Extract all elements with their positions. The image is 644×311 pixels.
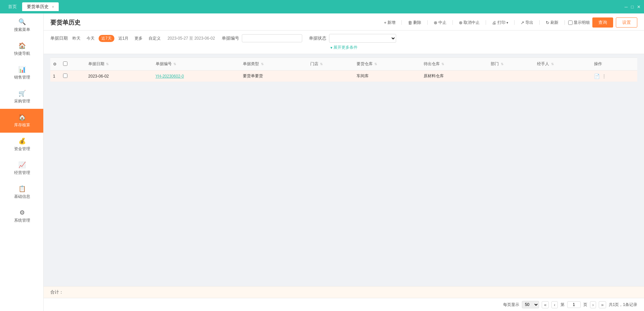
sidebar-item-system[interactable]: ⚙ 系统管理 (0, 204, 43, 228)
divider (514, 20, 515, 25)
cell-pending-warehouse: 原材料仓库 (421, 71, 488, 82)
date-opt-custom[interactable]: 自定义 (147, 35, 163, 42)
sort-icon[interactable]: ⇅ (173, 62, 176, 66)
close-button[interactable]: ✕ (637, 4, 641, 9)
sort-icon[interactable]: ⇅ (551, 62, 554, 66)
add-icon: + (384, 20, 386, 25)
maximize-button[interactable]: □ (631, 4, 634, 9)
tab-home[interactable]: 首页 (3, 2, 21, 11)
col-department: 部门 ⇅ (488, 58, 534, 71)
settings-button[interactable]: 设置 (616, 17, 637, 28)
add-button[interactable]: + 新增 (381, 18, 398, 27)
row-more-button[interactable]: ⋮ (602, 74, 606, 79)
print-button[interactable]: 🖨 打印 ▾ (489, 18, 511, 27)
date-opt-today[interactable]: 今天 (85, 35, 97, 42)
sort-icon[interactable]: ⇅ (261, 62, 264, 66)
pagination-bar: 每页显示 50 10 20 100 « ‹ 第 页 › » 共1页，1条记录 (44, 298, 644, 311)
delete-button[interactable]: 🗑 删除 (405, 18, 424, 27)
sort-icon[interactable]: ⇅ (501, 62, 503, 66)
sidebar-item-finance[interactable]: 💰 资金管理 (0, 133, 43, 157)
inventory-icon: 🏠 (18, 114, 26, 121)
divider (401, 20, 402, 25)
refresh-button[interactable]: ↻ 刷新 (543, 18, 561, 27)
suspend-icon: ⊗ (434, 20, 437, 25)
cell-handler (534, 71, 591, 82)
cell-actions: 📄 ⋮ (591, 71, 637, 82)
window-controls: ─ □ ✕ (625, 4, 641, 9)
page-size-select[interactable]: 50 10 20 100 (522, 301, 539, 308)
expand-more-button[interactable]: ▾ 展开更多条件 (50, 45, 637, 50)
sidebar-item-purchase[interactable]: 🛒 采购管理 (0, 85, 43, 109)
row-checkbox[interactable] (63, 74, 67, 78)
page-title: 要货单历史 (50, 18, 80, 27)
sidebar-item-basic-info[interactable]: 📋 基础信息 (0, 180, 43, 204)
row-edit-button[interactable]: 📄 (594, 74, 600, 79)
current-page-input[interactable] (567, 301, 581, 308)
content-area: 要货单历史 + 新增 🗑 删除 ⊗ 中止 ⊗ (44, 13, 644, 311)
date-opt-1month[interactable]: 近1月 (116, 35, 131, 42)
finance-icon: 💰 (18, 137, 26, 145)
filter-bar: 单据日期 昨天 今天 近7天 近1月 更多 自定义 2023-05-27 至 2… (44, 31, 644, 54)
divider (452, 20, 453, 25)
date-range-display: 2023-05-27 至 2023-06-02 (167, 36, 215, 41)
first-page-button[interactable]: « (542, 301, 549, 308)
basic-info-icon: 📋 (18, 185, 26, 192)
cell-department (488, 71, 534, 82)
date-filter-label: 单据日期 (50, 35, 68, 41)
table-area: ⚙ 单据日期 ⇅ 单据编号 ⇅ 单据类型 ⇅ (44, 54, 644, 286)
date-opt-yesterday[interactable]: 昨天 (70, 35, 83, 42)
sidebar-item-quick-nav[interactable]: 🏠 快捷导航 (0, 37, 43, 61)
tab-close-icon[interactable]: × (52, 5, 54, 9)
doc-number-input[interactable] (242, 34, 302, 42)
date-opt-more[interactable]: 更多 (132, 35, 145, 42)
table-header-row: ⚙ 单据日期 ⇅ 单据编号 ⇅ 单据类型 ⇅ (50, 58, 637, 71)
sidebar-item-sales[interactable]: 📊 销售管理 (0, 61, 43, 85)
divider (427, 20, 428, 25)
query-button[interactable]: 查询 (592, 17, 613, 28)
doc-number-link[interactable]: YH-20230602-0 (156, 74, 184, 79)
col-req-warehouse: 要货仓库 ⇅ (354, 58, 421, 71)
divider (565, 20, 565, 25)
prev-page-button[interactable]: ‹ (551, 301, 557, 308)
col-settings[interactable]: ⚙ (50, 58, 60, 71)
display-cell-input[interactable] (568, 20, 573, 25)
sort-icon[interactable]: ⇅ (106, 62, 109, 66)
print-icon: 🖨 (492, 20, 496, 25)
minimize-button[interactable]: ─ (625, 4, 628, 9)
sidebar-item-search[interactable]: 🔍 搜索菜单 (0, 13, 43, 37)
filter-row: 单据日期 昨天 今天 近7天 近1月 更多 自定义 2023-05-27 至 2… (50, 34, 637, 43)
print-dropdown-icon: ▾ (506, 21, 508, 25)
doc-number-filter-group: 单据编号 (222, 34, 302, 42)
sidebar-item-operations[interactable]: 📈 经营管理 (0, 157, 43, 180)
col-actions: 操作 (591, 58, 637, 71)
last-page-button[interactable]: » (599, 301, 606, 308)
sort-icon[interactable]: ⇅ (320, 62, 323, 66)
export-button[interactable]: ↗ 导出 (518, 18, 536, 27)
tab-bar: 首页 要货单历史 × (3, 2, 625, 11)
cell-doc-date: 2023-06-02 (86, 71, 153, 82)
date-options: 昨天 今天 近7天 近1月 更多 自定义 (70, 35, 163, 42)
date-filter-group: 单据日期 昨天 今天 近7天 近1月 更多 自定义 2023-05-27 至 2… (50, 35, 215, 42)
next-page-button[interactable]: › (590, 301, 596, 308)
col-handler: 经手人 ⇅ (534, 58, 591, 71)
cancel-suspend-button[interactable]: ⊗ 取消中止 (456, 18, 482, 27)
date-opt-7days[interactable]: 近7天 (99, 35, 114, 42)
sort-icon[interactable]: ⇅ (374, 62, 377, 66)
search-icon: 🔍 (18, 18, 26, 26)
sort-icon[interactable]: ⇅ (441, 62, 444, 66)
display-cell-checkbox[interactable]: 显示明细 (568, 20, 590, 26)
sidebar-item-inventory[interactable]: 🏠 库存核算 (0, 109, 43, 133)
cell-doc-number: YH-20230602-0 (153, 71, 240, 82)
status-select[interactable] (329, 34, 396, 43)
page-size-label: 每页显示 (503, 302, 519, 308)
cancel-suspend-icon: ⊗ (459, 20, 463, 25)
suspend-button[interactable]: ⊗ 中止 (431, 18, 449, 27)
refresh-icon: ↻ (546, 20, 549, 25)
system-icon: ⚙ (19, 209, 25, 216)
export-icon: ↗ (521, 20, 524, 25)
cell-checkbox (60, 71, 86, 82)
select-all-checkbox[interactable] (63, 61, 67, 66)
page-header: 要货单历史 + 新增 🗑 删除 ⊗ 中止 ⊗ (44, 13, 644, 31)
tab-requisition-history[interactable]: 要货单历史 × (22, 2, 59, 11)
delete-icon: 🗑 (408, 20, 412, 25)
